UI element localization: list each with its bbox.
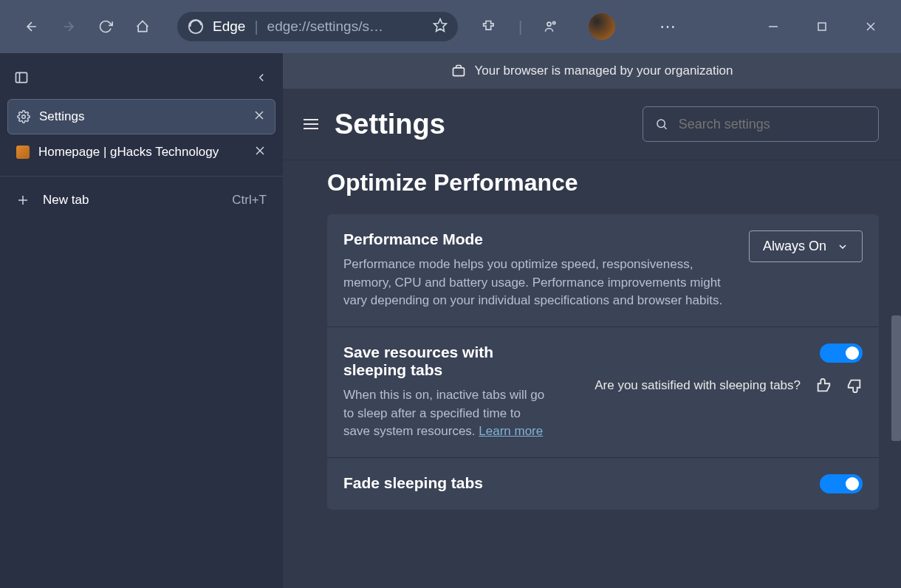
vertical-tabs-sidebar: Settings Homepage | gHacks Technology Ne…	[0, 53, 283, 588]
home-button[interactable]	[134, 18, 151, 35]
toolbar-icons: | ⋯	[482, 13, 676, 40]
card-desc: Performance mode helps you optimize spee…	[343, 256, 727, 310]
collections-icon[interactable]	[543, 18, 559, 35]
svg-point-0	[189, 20, 202, 33]
page-title: Settings	[335, 109, 629, 140]
fade-sleeping-toggle[interactable]	[820, 474, 863, 493]
svg-rect-8	[16, 72, 27, 82]
search-settings[interactable]	[643, 106, 879, 142]
profile-avatar[interactable]	[589, 13, 615, 40]
svg-line-19	[664, 126, 666, 129]
favicon-ghacks	[16, 146, 30, 159]
thumbs-up-icon[interactable]	[815, 377, 832, 394]
hamburger-icon[interactable]	[301, 116, 321, 132]
gear-icon	[17, 110, 30, 123]
maximize-button[interactable]	[815, 20, 829, 33]
forward-button[interactable]	[61, 18, 77, 35]
edge-logo-icon	[188, 18, 204, 35]
sidebar-toggle-icon[interactable]	[13, 69, 30, 86]
settings-content: Your browser is managed by your organiza…	[283, 53, 901, 588]
tab-homepage-ghacks[interactable]: Homepage | gHacks Technology	[7, 134, 275, 170]
card-sleeping-tabs: Save resources with sleeping tabs When t…	[327, 327, 879, 457]
address-bar[interactable]: Edge | edge://settings/s…	[177, 12, 458, 41]
feedback-question: Are you satisified with sleeping tabs?	[595, 378, 801, 393]
tab-label: Homepage | gHacks Technology	[38, 145, 246, 160]
window-controls	[767, 20, 895, 33]
search-icon	[655, 117, 668, 131]
close-button[interactable]	[864, 20, 877, 33]
new-tab-button[interactable]: New tab Ctrl+T	[0, 182, 283, 218]
address-app-name: Edge	[213, 18, 245, 35]
nav-buttons	[6, 18, 168, 35]
plus-icon	[16, 194, 30, 207]
toolbar-separator: |	[518, 18, 522, 35]
performance-mode-select[interactable]: Always On	[749, 230, 863, 262]
tab-label: Settings	[39, 109, 245, 124]
back-button[interactable]	[24, 18, 40, 35]
managed-banner: Your browser is managed by your organiza…	[283, 53, 901, 89]
tab-settings[interactable]: Settings	[7, 99, 275, 134]
card-group: Performance Mode Performance mode helps …	[327, 214, 879, 510]
svg-point-18	[657, 120, 665, 127]
briefcase-icon	[451, 64, 466, 78]
sidebar-collapse-icon[interactable]	[253, 69, 270, 86]
svg-point-2	[547, 22, 551, 26]
svg-rect-5	[818, 23, 826, 30]
svg-point-3	[553, 21, 555, 24]
divider	[0, 176, 283, 177]
chevron-down-icon	[837, 241, 849, 253]
close-icon[interactable]	[255, 146, 267, 159]
more-icon[interactable]: ⋯	[660, 17, 676, 36]
card-fade-sleeping: Fade sleeping tabs	[327, 457, 879, 510]
titlebar: Edge | edge://settings/s… | ⋯	[0, 0, 901, 53]
scrollbar[interactable]	[891, 315, 901, 441]
extensions-icon[interactable]	[482, 18, 498, 35]
card-title: Fade sleeping tabs	[343, 474, 805, 492]
reload-button[interactable]	[97, 18, 114, 35]
card-performance-mode: Performance Mode Performance mode helps …	[327, 214, 879, 327]
minimize-button[interactable]	[767, 20, 780, 33]
managed-banner-text: Your browser is managed by your organiza…	[475, 64, 733, 78]
new-tab-shortcut: Ctrl+T	[232, 193, 267, 208]
card-title: Performance Mode	[343, 230, 734, 248]
select-value: Always On	[763, 239, 826, 254]
address-separator: |	[254, 18, 258, 35]
svg-point-10	[22, 115, 26, 119]
favorite-icon-add[interactable]	[433, 18, 448, 35]
thumbs-down-icon[interactable]	[846, 377, 863, 394]
close-icon[interactable]	[254, 110, 266, 123]
new-tab-label: New tab	[43, 193, 219, 208]
sleeping-tabs-toggle[interactable]	[820, 343, 863, 363]
address-url: edge://settings/s…	[267, 18, 421, 35]
card-desc: When this is on, inactive tabs will go t…	[343, 386, 550, 441]
card-title: Save resources with sleeping tabs	[343, 343, 506, 379]
svg-rect-17	[453, 68, 464, 76]
learn-more-link[interactable]: Learn more	[479, 424, 543, 438]
svg-marker-1	[434, 19, 447, 32]
search-input[interactable]	[679, 117, 866, 132]
section-title: Optimize Performance	[327, 169, 879, 196]
